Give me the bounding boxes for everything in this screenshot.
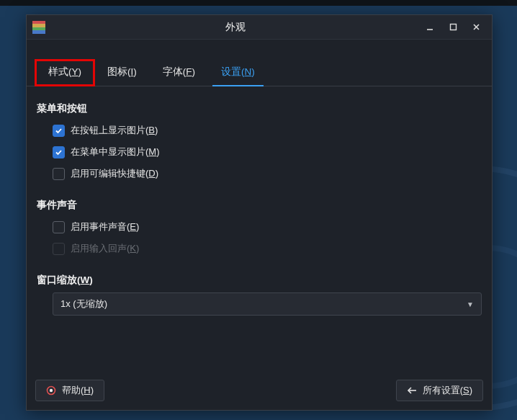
tab-label: 字体(F) (163, 66, 195, 77)
chevron-down-icon: ▼ (467, 300, 474, 308)
tab-fonts[interactable]: 字体(F) (150, 60, 208, 86)
checkbox-event-sounds[interactable] (53, 221, 65, 233)
label-editable-accel[interactable]: 启用可编辑快捷键(D) (71, 167, 158, 180)
window-title: 外观 (51, 21, 420, 34)
checkbox-show-images-buttons[interactable] (53, 125, 65, 137)
content-area: 菜单和按钮 在按钮上显示图片(B) 在菜单中显示图片(M) 启用可编辑快捷键(D… (27, 86, 492, 372)
tab-label: 图标(I) (107, 66, 137, 77)
all-settings-button[interactable]: 所有设置(S) (396, 380, 483, 401)
minimize-button[interactable] (420, 19, 440, 35)
tab-label: 样式(Y) (48, 66, 81, 77)
svg-point-5 (50, 389, 53, 392)
tab-icons[interactable]: 图标(I) (94, 60, 150, 86)
section-heading-menus: 菜单和按钮 (37, 102, 482, 115)
tab-style[interactable]: 样式(Y) (35, 60, 94, 86)
checkbox-show-images-menus[interactable] (53, 146, 65, 158)
checkbox-editable-accel[interactable] (53, 168, 65, 180)
titlebar[interactable]: 外观 (27, 15, 492, 40)
label-show-images-menus[interactable]: 在菜单中显示图片(M) (71, 146, 160, 158)
maximize-button[interactable] (443, 19, 463, 35)
tabbar: 样式(Y) 图标(I) 字体(F) 设置(N) (27, 60, 492, 86)
help-button[interactable]: 帮助(H) (35, 380, 104, 401)
close-button[interactable] (466, 19, 486, 35)
arrow-left-icon (407, 385, 417, 396)
checkbox-input-feedback (53, 243, 65, 255)
label-input-feedback: 启用输入回声(K) (71, 242, 139, 255)
appearance-window: 外观 样式(Y) 图标(I) 字体(F) 设置(N) 菜单和按钮 (26, 14, 493, 411)
appearance-icon (32, 21, 45, 34)
help-icon (46, 385, 56, 396)
window-scaling-combo[interactable]: 1x (无缩放) ▼ (53, 292, 482, 316)
section-heading-sounds: 事件声音 (37, 199, 482, 212)
tab-settings[interactable]: 设置(N) (208, 60, 268, 86)
label-show-images-buttons[interactable]: 在按钮上显示图片(B) (71, 124, 158, 137)
section-heading-scaling: 窗口缩放(W) (37, 274, 482, 287)
all-settings-label: 所有设置(S) (423, 384, 472, 397)
help-label: 帮助(H) (62, 384, 94, 397)
tab-label: 设置(N) (221, 66, 255, 77)
label-event-sounds[interactable]: 启用事件声音(E) (71, 220, 139, 233)
combo-value: 1x (无缩放) (60, 298, 107, 310)
svg-rect-1 (450, 24, 456, 30)
